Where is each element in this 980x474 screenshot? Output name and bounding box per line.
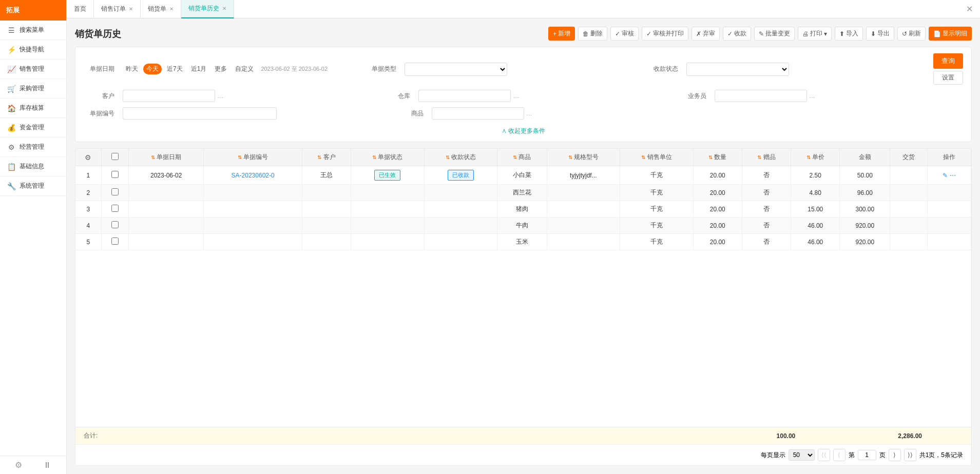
- audit-print-button[interactable]: ✓ 审核并打印: [642, 27, 688, 41]
- row-actions: [928, 185, 971, 201]
- col-qty[interactable]: ⇅ 数量: [693, 149, 742, 166]
- delete-button[interactable]: 🗑 删除: [578, 27, 607, 41]
- abandon-button[interactable]: ✗ 弃审: [691, 27, 720, 41]
- tab-sales-order[interactable]: 销售订单 ✕: [94, 0, 141, 18]
- tab-home[interactable]: 首页: [67, 0, 94, 18]
- col-doc-status[interactable]: ⇅ 单据状态: [351, 149, 424, 166]
- warehouse-ellipsis[interactable]: …: [513, 92, 519, 100]
- select-all-checkbox[interactable]: [111, 153, 119, 160]
- shortcut-more[interactable]: 更多: [212, 64, 230, 74]
- shortcut-last-month[interactable]: 近1月: [188, 64, 210, 74]
- row-checkbox[interactable]: [111, 238, 119, 245]
- row-checkbox[interactable]: [111, 205, 119, 212]
- salesperson-input[interactable]: [715, 90, 807, 102]
- export-button[interactable]: ⬇ 导出: [866, 27, 894, 41]
- date-range-text: 2023-06-02 至 2023-06-02: [261, 65, 328, 73]
- salesperson-ellipsis[interactable]: …: [809, 92, 815, 100]
- sort-icon: ⇅: [757, 154, 761, 160]
- page-prev-btn[interactable]: ⟨: [833, 449, 846, 461]
- gear-icon[interactable]: ⚙: [85, 153, 91, 162]
- row-checkbox-cell: [101, 185, 128, 201]
- col-price[interactable]: ⇅ 单价: [791, 149, 840, 166]
- col-gift[interactable]: ⇅ 赠品: [742, 149, 791, 166]
- col-date[interactable]: ⇅ 单据日期: [128, 149, 204, 166]
- sidebar-collapse-btn[interactable]: ⏸: [43, 461, 51, 470]
- sidebar-item-basic-info[interactable]: 📋 基础信息: [0, 157, 66, 176]
- shortcut-last7[interactable]: 近7天: [164, 64, 186, 74]
- col-spec[interactable]: ⇅ 规格型号: [547, 149, 620, 166]
- doc-type-select[interactable]: [405, 63, 507, 76]
- sidebar-item-label: 快捷导航: [20, 45, 44, 54]
- add-button[interactable]: + 新增: [548, 27, 575, 41]
- row-amount: 920.00: [840, 234, 890, 250]
- collapse-btn[interactable]: ∧ 收起更多条件: [84, 125, 963, 135]
- goods-input[interactable]: [432, 107, 524, 120]
- row-unit: 千克: [620, 185, 694, 201]
- show-detail-button[interactable]: 📄 显示明细: [929, 27, 972, 41]
- refresh-icon: ↺: [902, 30, 907, 37]
- print-button[interactable]: 🖨 打印 ▾: [798, 27, 832, 41]
- query-button[interactable]: 查询: [933, 53, 963, 69]
- sidebar-item-purchase-mgmt[interactable]: 🛒 采购管理: [0, 79, 66, 98]
- import-button[interactable]: ⬆ 导入: [835, 27, 863, 41]
- row-checkbox[interactable]: [111, 221, 119, 228]
- tab-sales-history[interactable]: 销货单历史 ✕: [181, 0, 234, 18]
- row-goods: 玉米: [497, 234, 547, 250]
- sidebar: 拓展 ☰ 搜索菜单 ⚡ 快捷导航 📈 销售管理 🛒 采购管理 🏠 库存核算 💰 …: [0, 0, 67, 474]
- row-checkbox[interactable]: [111, 171, 119, 178]
- tab-sales-order-close[interactable]: ✕: [129, 6, 133, 12]
- customer-ellipsis[interactable]: …: [217, 92, 223, 100]
- sort-icon: ⇅: [446, 154, 450, 160]
- shortcut-custom[interactable]: 自定义: [232, 64, 257, 74]
- sidebar-item-inventory[interactable]: 🏠 库存核算: [0, 98, 66, 118]
- sidebar-item-search-menu[interactable]: ☰ 搜索菜单: [0, 21, 66, 40]
- tab-sales-history-close[interactable]: ✕: [222, 6, 226, 11]
- doc-number-input[interactable]: [123, 107, 277, 120]
- per-page-select[interactable]: 50 100 200: [789, 449, 815, 461]
- row-price: 15.00: [791, 201, 840, 218]
- sidebar-item-sales-mgmt[interactable]: 📈 销售管理: [0, 60, 66, 79]
- collect-button[interactable]: ✓ 收款: [723, 27, 751, 41]
- filter-panel: 单据日期 昨天 今天 近7天 近1月 更多 自定义 2023-06-02 至 2…: [75, 47, 972, 142]
- refresh-button[interactable]: ↺ 刷新: [897, 27, 926, 41]
- batch-change-button[interactable]: ✎ 批量变更: [754, 27, 795, 41]
- customer-input[interactable]: [123, 90, 215, 102]
- set-button[interactable]: 设置: [933, 71, 963, 85]
- row-checkbox[interactable]: [111, 188, 119, 195]
- shortcut-today[interactable]: 今天: [143, 64, 162, 74]
- page-first-btn[interactable]: ⟨⟨: [818, 449, 830, 461]
- edit-action[interactable]: ✎: [943, 172, 948, 179]
- sidebar-item-finance-mgmt[interactable]: 💰 资金管理: [0, 118, 66, 137]
- col-payment-status[interactable]: ⇅ 收款状态: [424, 149, 497, 166]
- row-customer: [302, 234, 351, 250]
- col-goods[interactable]: ⇅ 商品: [497, 149, 547, 166]
- filter-row-date: 单据日期 昨天 今天 近7天 近1月 更多 自定义 2023-06-02 至 2…: [84, 53, 963, 85]
- sidebar-item-operation-mgmt[interactable]: ⚙ 经营管理: [0, 137, 66, 157]
- warehouse-input[interactable]: [418, 90, 511, 102]
- page-next-btn[interactable]: ⟩: [889, 449, 901, 461]
- print-dropdown-icon: ▾: [824, 30, 827, 37]
- col-doc-no[interactable]: ⇅ 单据编号: [204, 149, 302, 166]
- col-gear[interactable]: ⚙: [75, 149, 101, 166]
- tab-sales-delivery-close[interactable]: ✕: [169, 6, 174, 12]
- row-amount: 920.00: [840, 218, 890, 234]
- sidebar-item-quick-nav[interactable]: ⚡ 快捷导航: [0, 40, 66, 60]
- audit-button[interactable]: ✓ 审核: [610, 27, 639, 41]
- col-unit[interactable]: ⇅ 销售单位: [620, 149, 694, 166]
- system-mgmt-icon: 🔧: [7, 182, 15, 190]
- sidebar-settings-btn[interactable]: ⚙: [15, 460, 22, 470]
- table-body-wrapper[interactable]: ⚙ ⇅ 单据日期 ⇅ 单据编号 ⇅ 客户 ⇅ 单据状态 ⇅ 收款状态 ⇅ 商品 …: [75, 149, 971, 427]
- tab-sales-delivery[interactable]: 销货单 ✕: [141, 0, 181, 18]
- tab-close-all-btn[interactable]: ✕: [959, 4, 980, 14]
- tab-sales-delivery-label: 销货单: [148, 5, 166, 13]
- shortcut-yesterday[interactable]: 昨天: [123, 64, 141, 74]
- col-customer[interactable]: ⇅ 客户: [302, 149, 351, 166]
- page-last-btn[interactable]: ⟩⟩: [904, 449, 916, 461]
- sidebar-item-system-mgmt[interactable]: 🔧 系统管理: [0, 176, 66, 196]
- goods-ellipsis[interactable]: …: [526, 110, 532, 117]
- page-input[interactable]: [858, 450, 876, 460]
- more-action[interactable]: ⋯: [950, 172, 956, 179]
- payment-status-select[interactable]: [686, 63, 789, 76]
- doc-status-badge: 已生效: [374, 170, 400, 181]
- doc-no-link[interactable]: SA-20230602-0: [232, 172, 275, 179]
